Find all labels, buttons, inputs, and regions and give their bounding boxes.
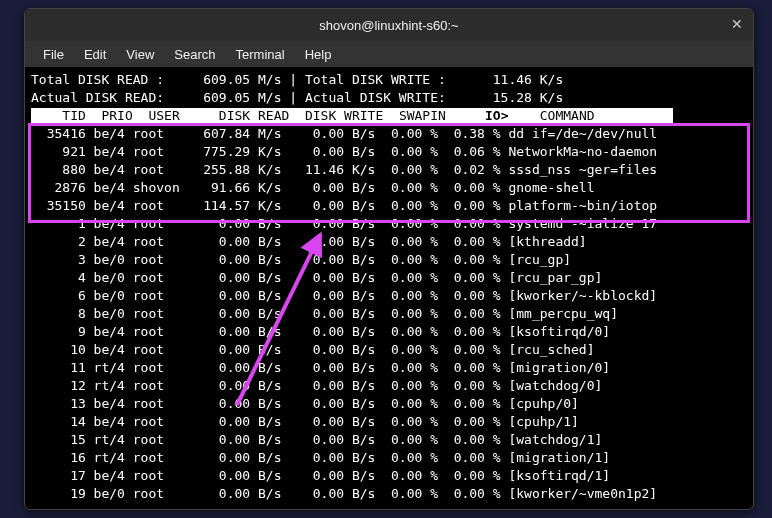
terminal-output[interactable]: Total DISK READ : 609.05 M/s | Total DIS… (25, 67, 753, 507)
menu-file[interactable]: File (33, 43, 74, 66)
process-rows: 35416 be/4 root 607.84 M/s 0.00 B/s 0.00… (31, 125, 747, 503)
menu-terminal[interactable]: Terminal (226, 43, 295, 66)
table-header: TID PRIO USER DISK READ DISK WRITE SWAPI… (31, 108, 673, 123)
summary-line-1: Total DISK READ : 609.05 M/s | Total DIS… (31, 72, 563, 87)
menu-edit[interactable]: Edit (74, 43, 116, 66)
terminal-window: shovon@linuxhint-s60:~ ✕ File Edit View … (24, 8, 754, 510)
col-user: USER (133, 108, 180, 123)
col-dwrite: DISK WRITE (289, 108, 383, 123)
col-prio: PRIO (86, 108, 133, 123)
menu-search[interactable]: Search (164, 43, 225, 66)
col-dread: DISK READ (180, 108, 290, 123)
summary-line-2: Actual DISK READ: 609.05 M/s | Actual DI… (31, 90, 563, 105)
col-command: COMMAND (508, 108, 672, 123)
window-title: shovon@linuxhint-s60:~ (319, 18, 458, 33)
menu-view[interactable]: View (116, 43, 164, 66)
col-swapin: SWAPIN (383, 108, 446, 123)
close-icon[interactable]: ✕ (729, 17, 745, 33)
menu-help[interactable]: Help (295, 43, 342, 66)
col-tid: TID (31, 108, 86, 123)
titlebar[interactable]: shovon@linuxhint-s60:~ ✕ (25, 9, 753, 41)
col-io-sorted: IO> (446, 108, 509, 123)
menubar: File Edit View Search Terminal Help (25, 41, 753, 67)
